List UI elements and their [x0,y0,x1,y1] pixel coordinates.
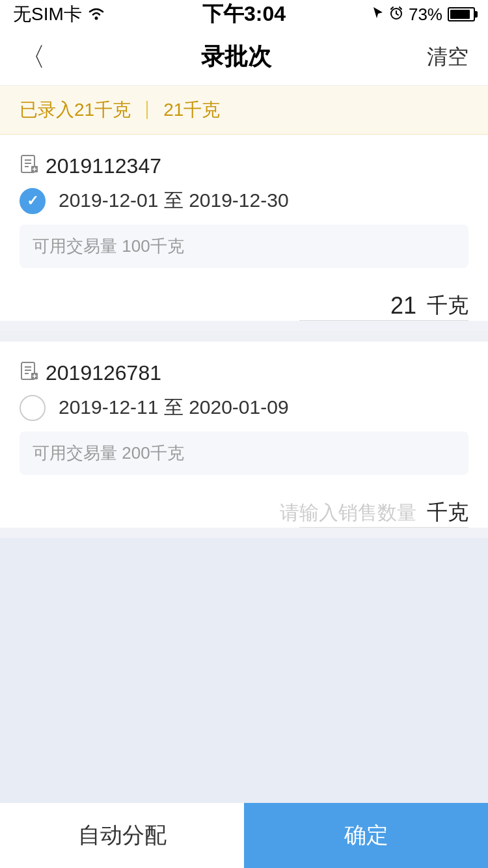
location-icon [372,5,384,25]
status-time: 下午3:04 [202,0,286,29]
back-button[interactable]: 〈 [20,39,46,75]
amount-row-1: 21 千克 [20,281,468,320]
input-unit-2: 千克 [427,498,468,527]
status-bar: 无SIM卡 下午3:04 73% [0,0,488,29]
batch-date-2: 2019-12-11 至 2020-01-09 [59,394,289,421]
svg-point-0 [94,17,98,20]
page-title: 录批次 [201,41,271,73]
amount-divider-1 [299,320,468,321]
radio-btn-2[interactable] [20,395,46,421]
summary-divider [146,101,148,119]
auto-distribute-button[interactable]: 自动分配 [0,803,244,868]
amount-unit-1: 千克 [427,292,468,320]
battery-percent: 73% [409,5,442,25]
amount-value-1: 21 [390,292,416,319]
nav-bar: 〈 录批次 清空 [0,29,488,86]
batch-id-2: 2019126781 [46,361,161,385]
input-placeholder-2: 请输入销售数量 [280,500,416,526]
sim-text: 无SIM卡 [13,2,82,27]
summary-banner: 已录入21千克 21千克 [0,86,488,135]
batch-item-1: 2019112347 2019-12-01 至 2019-12-30 可用交易量… [0,135,488,321]
batch-doc-icon-1 [20,154,39,178]
batch-header-1: 2019112347 [20,154,468,178]
alarm-icon [389,5,403,25]
clear-button[interactable]: 清空 [427,43,468,72]
confirm-button[interactable]: 确定 [244,803,488,868]
batch-date-1: 2019-12-01 至 2019-12-30 [59,187,289,214]
battery-icon [448,7,475,21]
gray-area [0,538,488,811]
input-row-2: 请输入销售数量 千克 [20,488,468,527]
batch-id-1: 2019112347 [46,154,161,178]
batch-item-2: 2019126781 2019-12-11 至 2020-01-09 可用交易量… [0,342,488,528]
available-box-1: 可用交易量 100千克 [20,224,468,268]
section-separator [0,331,488,342]
available-box-2: 可用交易量 200千克 [20,431,468,475]
batch-date-row-2: 2019-12-11 至 2020-01-09 [20,394,468,421]
radio-btn-1[interactable] [20,188,46,214]
batch-header-2: 2019126781 [20,361,468,385]
summary-amount: 21千克 [163,98,220,122]
wifi-icon [87,4,105,25]
content-wrapper: 已录入21千克 21千克 2019112347 2019-12-01 至 2 [0,86,488,868]
status-right: 73% [372,5,475,25]
batch-date-row-1: 2019-12-01 至 2019-12-30 [20,187,468,214]
available-text-1: 可用交易量 100千克 [33,236,184,256]
summary-recorded-label: 已录入21千克 [20,98,131,122]
bottom-bar: 自动分配 确定 [0,803,488,868]
available-text-2: 可用交易量 200千克 [33,443,184,463]
input-divider-2 [299,527,468,528]
batch-doc-icon-2 [20,361,39,385]
status-left: 无SIM卡 [13,2,105,27]
